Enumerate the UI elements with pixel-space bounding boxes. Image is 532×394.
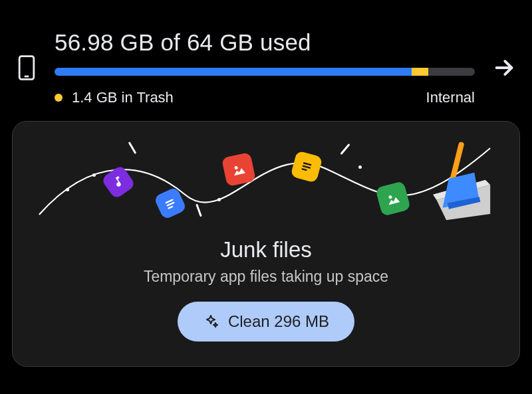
junk-files-subtitle: Temporary app files taking up space (144, 268, 388, 286)
junk-files-card: Junk files Temporary app files taking up… (12, 121, 520, 367)
storage-subrow: 1.4 GB in Trash Internal (55, 89, 475, 106)
sparkle-icon (203, 314, 219, 330)
trash-info: 1.4 GB in Trash (55, 89, 174, 106)
progress-used-segment (55, 68, 412, 76)
clean-button-label: Clean 296 MB (228, 312, 329, 331)
speck (66, 188, 69, 191)
storage-progress-bar (55, 68, 475, 76)
speck (92, 173, 96, 177)
svg-rect-9 (301, 168, 307, 171)
svg-rect-5 (168, 205, 173, 209)
speck (217, 198, 221, 201)
broom-dustpan-icon (418, 142, 491, 228)
storage-headline: 56.98 GB of 64 GB used (55, 29, 475, 56)
storage-type-label: Internal (426, 89, 475, 106)
phone-icon (16, 52, 37, 83)
clean-button[interactable]: Clean 296 MB (178, 302, 354, 342)
image-icon (221, 152, 256, 187)
trash-dot (55, 94, 63, 102)
svg-point-6 (234, 166, 238, 170)
trash-label: 1.4 GB in Trash (72, 89, 174, 106)
svg-point-10 (388, 195, 392, 199)
junk-files-title: Junk files (220, 237, 312, 262)
svg-rect-7 (303, 162, 312, 166)
storage-summary: 56.98 GB of 64 GB used 1.4 GB in Trash I… (55, 29, 475, 106)
cleaning-illustration (13, 122, 519, 228)
svg-rect-8 (302, 165, 311, 169)
speck (358, 165, 362, 169)
progress-trash-segment (412, 68, 428, 76)
arrow-right-icon[interactable] (492, 56, 516, 80)
storage-overview[interactable]: 56.98 GB of 64 GB used 1.4 GB in Trash I… (0, 0, 532, 106)
